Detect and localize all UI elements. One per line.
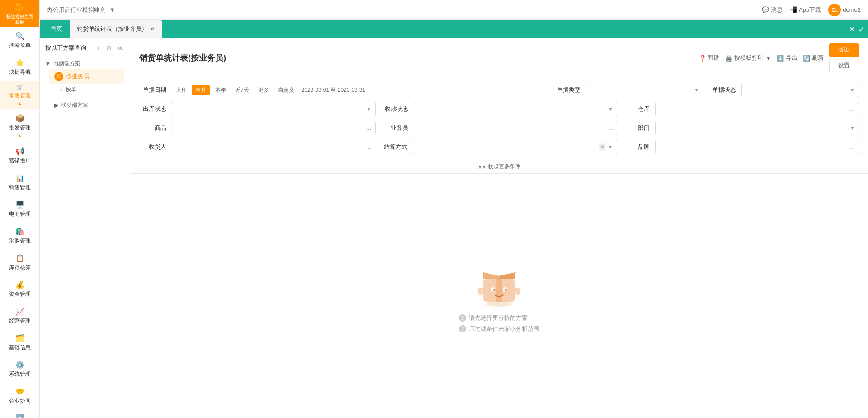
- add-plan-button[interactable]: +: [94, 43, 103, 52]
- settlement-clear-icon[interactable]: ✕: [599, 143, 606, 151]
- out-status-filter[interactable]: ▼: [172, 102, 376, 116]
- sidebar-ecommerce[interactable]: 🖥️ 电商管理: [0, 196, 39, 223]
- collapse-panel-button[interactable]: ≪: [115, 43, 124, 52]
- refresh-button[interactable]: 🔄 刷新: [803, 54, 824, 62]
- warehouse-filter[interactable]: …: [655, 102, 859, 116]
- department-dropdown-icon: ▼: [849, 125, 855, 131]
- tab-home[interactable]: 首页: [43, 20, 70, 38]
- purchase-icon: 🛍️: [15, 227, 24, 236]
- page-area: 按以下方案查询 + ⊙ ≪ ▼ 电脑端方案 按 按业务员 ≡ 按: [40, 38, 868, 418]
- tab-report[interactable]: 销货单统计表（按业务员） ✕: [70, 20, 162, 38]
- system-icon: ⚙️: [15, 361, 24, 369]
- sidebar-retail[interactable]: 🛒 零售管理 ▲: [0, 81, 39, 109]
- collapse-row: ∧∧ 收起更多条件: [130, 160, 868, 174]
- receiver-filter[interactable]: …: [172, 140, 375, 154]
- plan-group-desktop[interactable]: ▼ 电脑端方案: [45, 58, 124, 69]
- search-icon: 🔍: [15, 32, 24, 40]
- left-panel: 按以下方案查询 + ⊙ ≪ ▼ 电脑端方案 按 按业务员 ≡ 按: [40, 38, 130, 418]
- date-filter: 上月 本月 本年 近7天 更多 自定义 2023-03-01 至 2023-03…: [172, 85, 548, 95]
- collapse-arrow-icon: ∧∧: [478, 164, 486, 170]
- download-icon: 📲: [790, 6, 797, 13]
- export-icon: ⬇️: [777, 55, 784, 62]
- app-download-button[interactable]: 📲 App下载: [790, 6, 821, 14]
- salesperson-filter[interactable]: …: [414, 121, 618, 135]
- sales-icon: 📊: [15, 174, 24, 182]
- sidebar-finance[interactable]: 💰 资金管理: [0, 276, 39, 303]
- plan-sub-icon: ≡: [60, 87, 63, 93]
- empty-state: ✦ ✦ 1 请先选择要分析的方案 2 用过滤条件来缩小分析范围: [130, 174, 868, 418]
- tab-bar: 首页 销货单统计表（按业务员） ✕ ✕ ⤢: [40, 20, 868, 38]
- sidebar-quicknav[interactable]: ⭐ 快捷导航: [0, 54, 39, 81]
- marketing-icon: 📢: [15, 147, 24, 156]
- filter-row-4: 收货人 … 结算方式 ✕ ▼ 品牌 …: [139, 140, 859, 154]
- tip-text-2: 用过滤条件来缩小分析范围: [469, 325, 539, 333]
- wholesale-label: 批发管理: [9, 124, 31, 132]
- top-bar: 办公用品行业模拟账套 ▼ 💬 消息 📲 App下载 Ea demo2: [40, 0, 868, 20]
- user-menu[interactable]: Ea demo2: [828, 4, 861, 16]
- date-tab-7days[interactable]: 近7天: [231, 85, 253, 95]
- date-tab-custom[interactable]: 自定义: [274, 85, 298, 95]
- sidebar-enterprise[interactable]: 🤝 企业协同: [0, 383, 39, 409]
- settlement-dropdown-icon: ▼: [608, 144, 613, 150]
- message-button[interactable]: 💬 消息: [762, 6, 783, 14]
- sales-label: 销售管理: [9, 184, 31, 191]
- plan-sub-item-order[interactable]: ≡ 按单: [49, 84, 124, 96]
- department-filter[interactable]: ▼: [655, 121, 859, 135]
- edit-plan-button[interactable]: ⊙: [104, 43, 113, 52]
- date-tab-lastmonth[interactable]: 上月: [172, 85, 190, 95]
- date-tab-thismonth[interactable]: 本月: [192, 85, 210, 95]
- tip-number-1: 1: [459, 314, 466, 322]
- message-label: 消息: [771, 6, 783, 14]
- settings-button[interactable]: 设置: [829, 59, 859, 72]
- svg-point-5: [493, 289, 495, 291]
- collapse-button[interactable]: ∧∧ 收起更多条件: [478, 163, 520, 171]
- help-button[interactable]: ❓ 帮助: [699, 54, 720, 62]
- sidebar-inventory[interactable]: 📋 库存核算: [0, 249, 39, 276]
- sidebar-wholesale[interactable]: 📦 批发管理 ▲: [0, 109, 39, 142]
- tip-number-2: 2: [459, 325, 466, 332]
- finance-label: 资金管理: [9, 290, 31, 298]
- doc-status-filter[interactable]: ▼: [741, 83, 859, 97]
- date-tab-thisyear[interactable]: 本年: [212, 85, 230, 95]
- sidebar-marketing[interactable]: 📢 营销推广: [0, 142, 39, 169]
- plan-item-icon: 按: [54, 72, 63, 81]
- tab-close-icon[interactable]: ✕: [150, 26, 155, 32]
- doc-type-filter[interactable]: ▼: [586, 83, 703, 97]
- breadcrumb-arrow[interactable]: ▼: [109, 6, 115, 13]
- print-button[interactable]: 🖨️ 按模板打印 ▼: [725, 54, 771, 62]
- ecommerce-label: 电商管理: [9, 210, 31, 218]
- plan-group-mobile[interactable]: ▶ 移动端方案: [49, 100, 124, 111]
- tab-home-label: 首页: [51, 25, 62, 33]
- sidebar-operation[interactable]: 📈 经营管理: [0, 303, 39, 329]
- operation-icon: 📈: [15, 307, 24, 316]
- export-button[interactable]: ⬇️ 导出: [777, 54, 797, 62]
- sidebar-basic[interactable]: 🗂️ 基础信息: [0, 329, 39, 356]
- top-bar-actions: 💬 消息 📲 App下载 Ea demo2: [762, 4, 861, 16]
- out-status-label: 出库状态: [139, 105, 166, 113]
- sidebar-search[interactable]: 🔍 搜索菜单: [0, 27, 39, 54]
- salesperson-label: 业务员: [381, 124, 408, 132]
- sidebar-purchase[interactable]: 🛍️ 采购管理: [0, 223, 39, 249]
- receipt-status-label: 收款状态: [381, 105, 408, 113]
- doc-type-label: 单据类型: [553, 86, 580, 94]
- goods-filter[interactable]: …: [172, 121, 376, 135]
- tab-bar-expand-icon[interactable]: ⤢: [859, 25, 864, 33]
- tab-bar-close-icon[interactable]: ✕: [849, 25, 855, 33]
- settlement-filter[interactable]: ✕ ▼: [413, 140, 617, 154]
- sidebar-newuser[interactable]: 🆕 新手引导: [0, 409, 39, 418]
- mobile-plan-arrow: ▶: [54, 102, 58, 109]
- sidebar-sales[interactable]: 📊 销售管理: [0, 169, 39, 196]
- query-button[interactable]: 查询: [829, 43, 859, 57]
- filter-row-1: 单据日期 上月 本月 本年 近7天 更多 自定义 2023-03-01 至 20…: [139, 83, 859, 97]
- plan-group-label: 电脑端方案: [53, 60, 80, 67]
- date-tab-more[interactable]: 更多: [255, 85, 273, 95]
- receipt-status-filter[interactable]: ▼: [414, 102, 618, 116]
- avatar-text: Ea: [832, 7, 838, 13]
- plan-item-salesperson[interactable]: 按 按业务员: [49, 69, 124, 84]
- goods-more-icon: …: [366, 125, 372, 131]
- warehouse-more-icon: …: [849, 106, 855, 112]
- brand-filter[interactable]: …: [655, 140, 859, 154]
- sidebar-system[interactable]: ⚙️ 系统管理: [0, 356, 39, 383]
- doc-type-dropdown-icon: ▼: [694, 87, 699, 93]
- doc-status-dropdown-icon: ▼: [849, 87, 855, 93]
